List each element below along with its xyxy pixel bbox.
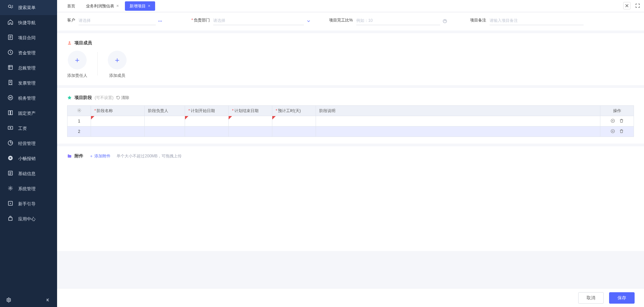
col-end: *计划结束日期 [229, 106, 272, 116]
svg-point-17 [79, 110, 80, 111]
settings-icon[interactable] [6, 297, 11, 304]
sidebar-item-label: 项目合同 [18, 35, 36, 41]
stage-table: *阶段名称 阶段负责人 *计划开始日期 *计划结束日期 *预计工时(天) 阶段说… [67, 105, 634, 137]
fullscreen-icon[interactable] [634, 2, 641, 9]
row-delete-icon[interactable] [619, 129, 624, 135]
field-customer: 客户 ⋯ [67, 16, 178, 25]
gear-header[interactable] [67, 106, 91, 116]
svg-point-12 [10, 203, 11, 204]
svg-point-0 [8, 5, 11, 8]
doc-list-icon [7, 34, 13, 41]
sidebar: 搜索菜单 快捷导航 项目合同 资金管理 总账管理 发票管理 税务管理 固定资产 [0, 0, 57, 307]
cell-desc[interactable] [316, 126, 600, 137]
complete-input[interactable] [356, 16, 440, 25]
apps-icon [7, 215, 13, 222]
cell-hours[interactable] [272, 116, 316, 126]
add-leader-box: ＋ 添加责任人 [67, 51, 87, 79]
close-icon[interactable]: ✕ [116, 1, 119, 11]
add-attachment-link[interactable]: ＋ 添加附件 [89, 153, 110, 159]
collapse-icon[interactable] [46, 297, 51, 304]
chevron-down-icon[interactable] [306, 18, 311, 24]
biz-chart-icon [7, 140, 13, 147]
sidebar-item-salary[interactable]: 工资 [0, 121, 57, 136]
sidebar-item-label: 小畅报销 [18, 156, 36, 162]
sidebar-item-funds[interactable]: 资金管理 [0, 45, 57, 60]
cell-ops [600, 116, 634, 126]
cell-start[interactable] [185, 116, 229, 126]
sidebar-item-label: 总账管理 [18, 65, 36, 71]
cell-name[interactable] [91, 126, 145, 137]
sidebar-item-business[interactable]: 经营管理 [0, 136, 57, 151]
svg-rect-5 [8, 126, 13, 130]
sidebar-item-label: 工资 [18, 125, 27, 132]
remark-input[interactable] [490, 16, 584, 25]
search-list-icon [7, 4, 13, 11]
table-row: 2 [67, 126, 634, 137]
col-ops: 操作 [600, 106, 634, 116]
close-panel-button[interactable] [623, 2, 631, 9]
sidebar-item-contract[interactable]: 项目合同 [0, 30, 57, 45]
asset-book-icon [7, 110, 13, 117]
sidebar-item-tax[interactable]: 税务管理 [0, 91, 57, 106]
required-flag-icon [229, 116, 232, 119]
row-delete-icon[interactable] [619, 118, 624, 124]
save-button[interactable]: 保存 [609, 292, 635, 304]
divider [97, 52, 98, 75]
sidebar-item-assets[interactable]: 固定资产 [0, 106, 57, 121]
folder-icon [67, 154, 72, 158]
cell-name[interactable] [91, 116, 145, 126]
clear-link[interactable]: 清除 [116, 95, 129, 101]
section-hint: (可不设置) [95, 95, 113, 101]
cell-desc[interactable] [316, 116, 600, 126]
sidebar-item-label: 搜索菜单 [18, 5, 36, 11]
ledger-icon [7, 64, 13, 71]
sidebar-item-expense[interactable]: 小畅报销 [0, 151, 57, 166]
tab-home[interactable]: 首页 [62, 1, 80, 11]
guide-icon [7, 200, 13, 207]
sidebar-item-label: 系统管理 [18, 186, 36, 192]
invoice-icon [7, 80, 13, 87]
col-start: *计划开始日期 [185, 106, 229, 116]
tab-label: 首页 [67, 1, 75, 11]
cancel-button[interactable]: 取消 [578, 292, 604, 304]
form-row: 客户 ⋯ *负责部门 项目完工比% 项目备 [57, 12, 644, 33]
tab-profit-estimate[interactable]: 业务利润预估表 ✕ [81, 1, 124, 11]
cell-end[interactable] [229, 116, 272, 126]
field-complete: 项目完工比% [329, 16, 457, 25]
system-icon [7, 185, 13, 192]
sidebar-item-baseinfo[interactable]: 基础信息 [0, 166, 57, 181]
svg-point-14 [8, 299, 9, 301]
sidebar-item-apps[interactable]: 应用中心 [0, 211, 57, 226]
cell-owner[interactable] [145, 126, 185, 137]
add-member-button[interactable]: ＋ [108, 51, 127, 69]
home-icon [7, 19, 13, 26]
sidebar-item-search[interactable]: 搜索菜单 [0, 0, 57, 15]
col-stage-owner: 阶段负责人 [145, 106, 185, 116]
dept-select[interactable] [213, 16, 304, 25]
cell-start[interactable] [185, 126, 229, 137]
tab-new-project[interactable]: 新增项目 ✕ [125, 1, 155, 11]
sidebar-item-ledger[interactable]: 总账管理 [0, 60, 57, 75]
add-member-label: 添加成员 [109, 73, 125, 79]
field-label: 项目备注 [470, 17, 486, 25]
sidebar-item-label: 税务管理 [18, 95, 36, 101]
close-icon[interactable]: ✕ [148, 1, 150, 11]
required-flag-icon [185, 116, 188, 119]
sidebar-item-invoice[interactable]: 发票管理 [0, 75, 57, 91]
sidebar-item-system[interactable]: 系统管理 [0, 181, 57, 196]
cell-owner[interactable] [145, 116, 185, 126]
tab-label: 业务利润预估表 [86, 1, 114, 11]
cell-hours[interactable] [272, 126, 316, 137]
field-label: 项目完工比% [329, 17, 353, 25]
customer-input[interactable] [79, 16, 156, 25]
help-icon[interactable] [442, 18, 448, 24]
section-title: 项目成员 [75, 40, 92, 46]
tab-label: 新增项目 [130, 1, 146, 11]
row-add-icon[interactable] [610, 129, 615, 135]
add-leader-button[interactable]: ＋ [68, 51, 87, 69]
cell-end[interactable] [229, 126, 272, 137]
more-icon[interactable]: ⋯ [158, 18, 163, 24]
sidebar-item-quick-nav[interactable]: 快捷导航 [0, 15, 57, 30]
sidebar-item-guide[interactable]: 新手引导 [0, 196, 57, 211]
row-add-icon[interactable] [610, 118, 615, 124]
